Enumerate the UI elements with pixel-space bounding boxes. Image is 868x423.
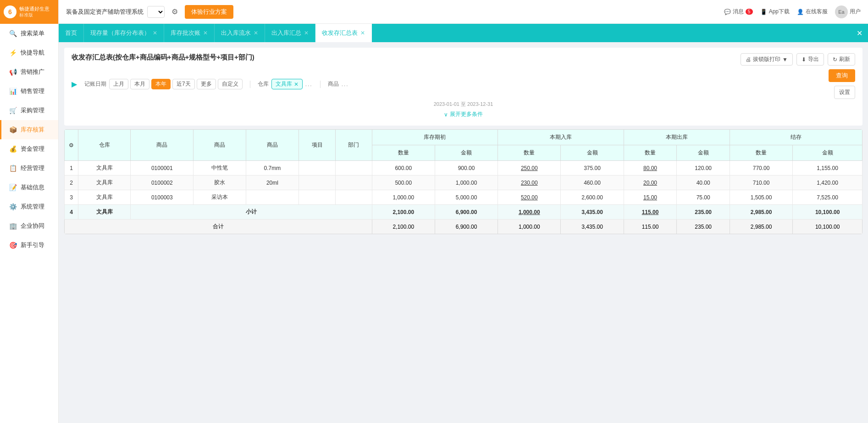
tabbar-close-all[interactable]: ✕ (851, 29, 868, 38)
table-subheader-out-amt: 金额 (677, 145, 730, 161)
print-button[interactable]: 🖨 拔锁版打印 ▼ (741, 53, 793, 66)
tab-summary-close[interactable]: ✕ (304, 30, 309, 36)
table-subheader-open-amt: 金额 (435, 145, 498, 161)
warehouse-more-dots[interactable]: ... (305, 81, 313, 88)
app-download-button[interactable]: 📱 App下载 (760, 8, 790, 16)
page-title: 收发存汇总表(按仓库+商品编码+商品+规格型号+项目+部门) (72, 53, 254, 62)
goods-more-dots[interactable]: ... (342, 81, 349, 88)
gear-button[interactable]: ⚙ (168, 5, 181, 18)
row-in-qty[interactable]: 230.00 (498, 176, 561, 190)
sidebar-item-label: 基础信息 (21, 183, 44, 192)
operation-icon: 📋 (9, 165, 17, 172)
filter-arrow[interactable]: ▶ (72, 80, 77, 88)
row-bal-qty: 710.00 (730, 176, 792, 190)
query-button[interactable]: 查询 (829, 69, 855, 82)
subtotal-in-qty[interactable]: 1,000.00 (498, 205, 561, 220)
row-bal-amt: 7,525.00 (793, 190, 862, 205)
sidebar-item-label: 快捷导航 (21, 49, 44, 57)
table-settings-header[interactable]: ⚙ (65, 130, 78, 161)
sidebar-item-search[interactable]: 🔍 搜索菜单 (0, 24, 58, 43)
total-open-qty: 2,100.00 (372, 220, 435, 234)
row-bal-amt: 1,420.00 (793, 176, 862, 190)
sidebar-item-marketing[interactable]: 📢 营销推广 (0, 62, 58, 82)
row-spec: 20ml (246, 176, 299, 190)
tab-batch[interactable]: 库存批次账 ✕ (164, 24, 215, 42)
row-dept (335, 176, 372, 190)
refresh-button[interactable]: ↻ 刷新 (828, 53, 855, 66)
tab-batch-close[interactable]: ✕ (203, 30, 208, 36)
row-in-amt: 2,600.00 (561, 190, 624, 205)
date-btn-custom[interactable]: 自定义 (218, 79, 243, 89)
goods-filter-label: 商品 (328, 80, 339, 88)
row-open-amt: 5,000.00 (435, 190, 498, 205)
sidebar-item-guide[interactable]: 🎯 新手引导 (0, 236, 58, 255)
tab-receipt-summary-close[interactable]: ✕ (360, 30, 365, 36)
row-project (299, 176, 336, 190)
tab-receipt-summary[interactable]: 收发存汇总表 ✕ (315, 24, 372, 42)
tab-stock-dist[interactable]: 现存量（库存分布表） ✕ (84, 24, 164, 42)
row-out-qty[interactable]: 15.00 (624, 190, 677, 205)
row-in-qty[interactable]: 520.00 (498, 190, 561, 205)
sidebar-item-purchase[interactable]: 🛒 采购管理 (0, 101, 58, 120)
marketing-icon: 📢 (9, 68, 17, 76)
total-in-qty: 1,000.00 (498, 220, 561, 234)
system-dropdown[interactable] (147, 6, 165, 18)
date-btn-this-year[interactable]: 本年 (151, 79, 171, 89)
tab-home[interactable]: 首页 (59, 24, 84, 42)
sidebar-item-system[interactable]: ⚙️ 系统管理 (0, 197, 58, 216)
user-menu[interactable]: Ea 用户 (835, 5, 861, 18)
trial-button[interactable]: 体验行业方案 (185, 5, 233, 19)
sidebar-item-quick-nav[interactable]: ⚡ 快捷导航 (0, 43, 58, 62)
row-spec (246, 190, 299, 205)
row-num: 3 (65, 190, 78, 205)
message-label: 消息 (733, 8, 744, 16)
date-btn-7days[interactable]: 近7天 (172, 79, 195, 89)
date-btn-this-month[interactable]: 本月 (130, 79, 149, 89)
sidebar-item-inventory[interactable]: 📦 库存核算 (0, 120, 58, 139)
row-bal-qty: 1,505.00 (730, 190, 792, 205)
row-open-amt: 900.00 (435, 161, 498, 176)
enterprise-icon: 🏢 (9, 222, 17, 230)
warehouse-filter-label: 仓库 (258, 80, 269, 88)
row-out-qty[interactable]: 80.00 (624, 161, 677, 176)
sidebar-logo: 6 畅捷通好生意 标准版 (0, 0, 58, 24)
main-area: 装备及固定资产辅助管理系统 ⚙ 体验行业方案 💬 消息 5 📱 App下载 👤 … (59, 0, 868, 423)
sidebar-item-operation[interactable]: 📋 经营管理 (0, 159, 58, 178)
table-header-name: 商品 (194, 130, 246, 161)
subtotal-out-qty[interactable]: 115.00 (624, 205, 677, 220)
table-row: 3 文具库 0100003 采访本 1,000.00 5,000.00 520.… (65, 190, 862, 205)
inventory-icon: 📦 (9, 126, 17, 133)
row-name: 中性笔 (194, 161, 246, 176)
sidebar-item-finance[interactable]: 💰 资金管理 (0, 139, 58, 159)
tab-stock-dist-close[interactable]: ✕ (153, 30, 157, 36)
app-download-label: App下载 (769, 8, 790, 16)
tab-flow-close[interactable]: ✕ (254, 30, 258, 36)
tab-summary[interactable]: 出入库汇总 ✕ (265, 24, 315, 42)
tab-summary-label: 出入库汇总 (271, 29, 301, 37)
message-button[interactable]: 💬 消息 5 (724, 8, 753, 16)
table-header-spec: 商品 (246, 130, 299, 161)
sidebar-item-basic[interactable]: 📝 基础信息 (0, 178, 58, 197)
row-in-qty[interactable]: 250.00 (498, 161, 561, 176)
set-button[interactable]: 设置 (834, 86, 855, 99)
row-dept (335, 161, 372, 176)
sidebar-item-sales[interactable]: 📊 销售管理 (0, 82, 58, 101)
avatar: Ea (835, 5, 848, 18)
data-table-container: ⚙ 仓库 商品 商品 商品 项目 部门 库存期初 本期入库 本期出库 结存 数量 (64, 129, 862, 234)
topbar-right: 💬 消息 5 📱 App下载 👤 在线客服 Ea 用户 (724, 5, 861, 18)
row-name: 采访本 (194, 190, 246, 205)
sidebar-item-enterprise[interactable]: 🏢 企业协同 (0, 216, 58, 236)
row-out-qty[interactable]: 20.00 (624, 176, 677, 190)
tab-flow[interactable]: 出入库流水 ✕ (215, 24, 265, 42)
expand-filter-button[interactable]: ∨ 展开更多条件 (444, 110, 483, 118)
date-btn-last-month[interactable]: 上月 (109, 79, 128, 89)
table-header-in: 本期入库 (498, 130, 624, 145)
warehouse-tag-close[interactable]: ✕ (294, 81, 299, 88)
export-button[interactable]: ⬇ 导出 (796, 53, 824, 66)
table-header-out: 本期出库 (624, 130, 730, 145)
online-service-button[interactable]: 👤 在线客服 (797, 8, 828, 16)
refresh-icon: ↻ (833, 56, 837, 63)
date-btn-more[interactable]: 更多 (197, 79, 216, 89)
row-name: 胶水 (194, 176, 246, 190)
table-header-dept: 部门 (335, 130, 372, 161)
